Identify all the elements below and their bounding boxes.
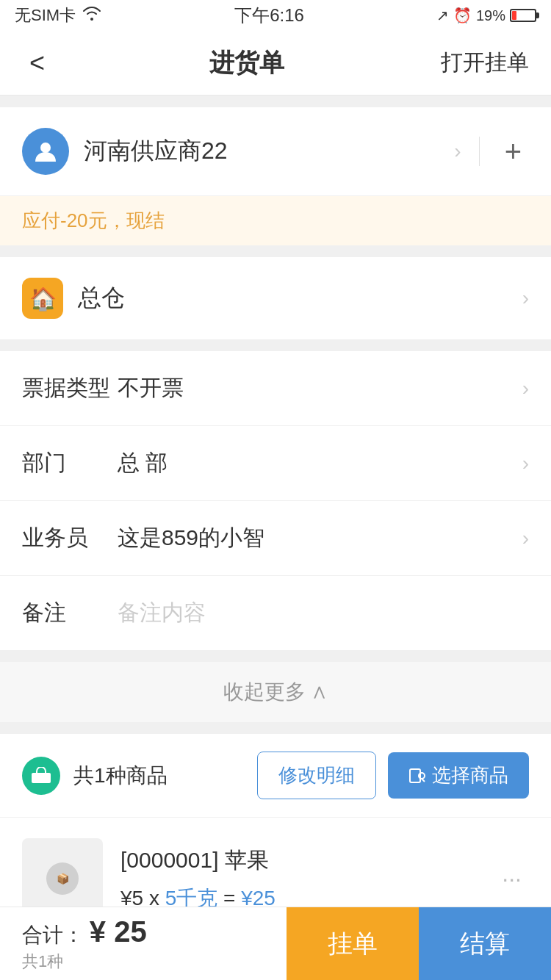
wifi-icon: [82, 6, 102, 25]
status-time: 下午6:16: [234, 4, 304, 27]
product-count-icon: [22, 757, 60, 795]
total-section: 合计： ¥ 25 共1种: [0, 915, 287, 973]
sales-row[interactable]: 业务员 这是859的小智 ›: [0, 501, 551, 576]
total-label: 合计：: [22, 923, 84, 946]
warehouse-icon: 🏠: [22, 278, 63, 319]
top-spacer: [0, 96, 551, 107]
supplier-row[interactable]: 河南供应商22 › +: [0, 107, 551, 196]
product-info: [0000001] 苹果 ¥5 x 5千克 = ¥25: [120, 846, 494, 912]
form-section: 票据类型 不开票 › 部门 总 部 › 业务员 这是859的小智 › 备注 备注…: [0, 351, 551, 650]
hang-button[interactable]: 挂单: [287, 907, 419, 981]
invoice-label: 票据类型: [22, 373, 118, 403]
battery-percent: 19%: [476, 7, 505, 24]
supplier-avatar: [22, 128, 69, 175]
total-price: ¥25: [241, 887, 276, 909]
status-bar: 无SIM卡 下午6:16 ↗ ⏰ 19%: [0, 0, 551, 31]
settle-button[interactable]: 结算: [419, 907, 551, 981]
svg-rect-1: [32, 773, 51, 783]
location-icon: ↗: [436, 7, 449, 24]
product-count-label: 共1种商品: [73, 762, 257, 790]
price-equal: =: [223, 887, 241, 909]
dept-label: 部门: [22, 448, 118, 478]
invoice-chevron-icon: ›: [522, 377, 529, 400]
svg-point-0: [40, 143, 51, 153]
sales-value: 这是859的小智: [118, 523, 515, 553]
product-header: 共1种商品 修改明细 选择商品: [0, 734, 551, 818]
warehouse-name: 总仓: [78, 282, 515, 314]
add-supplier-button[interactable]: +: [497, 135, 529, 168]
product-title: 苹果: [225, 848, 269, 872]
dept-value: 总 部: [118, 448, 515, 478]
total-amount: ¥ 25: [90, 915, 147, 948]
more-options-button[interactable]: ···: [494, 865, 529, 893]
sales-chevron-icon: ›: [522, 527, 529, 550]
total-row: 合计： ¥ 25: [22, 915, 264, 949]
collapse-label: 收起更多 ∧: [223, 680, 328, 703]
notice-text: 应付-20元，现结: [22, 209, 165, 231]
alarm-icon: ⏰: [453, 7, 472, 24]
notice-bar: 应付-20元，现结: [0, 196, 551, 245]
carrier-label: 无SIM卡: [15, 4, 76, 26]
dept-chevron-icon: ›: [522, 452, 529, 475]
sales-label: 业务员: [22, 523, 118, 553]
nav-bar: < 进货单 打开挂单: [0, 31, 551, 96]
supplier-name: 河南供应商22: [84, 135, 447, 167]
edit-detail-button[interactable]: 修改明细: [257, 752, 376, 799]
supplier-section: 河南供应商22 › + 应付-20元，现结: [0, 107, 551, 245]
unit-price: ¥5: [120, 887, 143, 909]
remark-input[interactable]: 备注内容: [118, 598, 529, 628]
product-code: [0000001]: [120, 848, 218, 872]
price-multiply: x: [149, 887, 165, 909]
battery-icon: [510, 9, 536, 22]
open-hang-button[interactable]: 打开挂单: [441, 48, 529, 78]
status-right: ↗ ⏰ 19%: [436, 7, 536, 24]
bottom-bar: 合计： ¥ 25 共1种 挂单 结算: [0, 907, 551, 980]
select-product-button[interactable]: 选择商品: [388, 752, 529, 799]
remark-row[interactable]: 备注 备注内容: [0, 576, 551, 650]
product-name: [0000001] 苹果: [120, 846, 494, 876]
warehouse-chevron-icon: ›: [522, 287, 529, 310]
supplier-chevron-icon: ›: [454, 140, 461, 163]
status-left: 无SIM卡: [15, 4, 102, 26]
divider: [479, 137, 480, 166]
remark-label: 备注: [22, 598, 118, 628]
invoice-row[interactable]: 票据类型 不开票 ›: [0, 351, 551, 426]
page-title: 进货单: [209, 46, 284, 80]
back-button[interactable]: <: [22, 40, 52, 86]
select-product-label: 选择商品: [432, 763, 508, 788]
svg-text:📦: 📦: [57, 873, 70, 885]
invoice-value: 不开票: [118, 373, 515, 403]
warehouse-section[interactable]: 🏠 总仓 ›: [0, 257, 551, 339]
total-count: 共1种: [22, 951, 264, 973]
collapse-toggle[interactable]: 收起更多 ∧: [0, 662, 551, 722]
quantity: 5千克: [165, 887, 218, 909]
dept-row[interactable]: 部门 总 部 ›: [0, 426, 551, 501]
